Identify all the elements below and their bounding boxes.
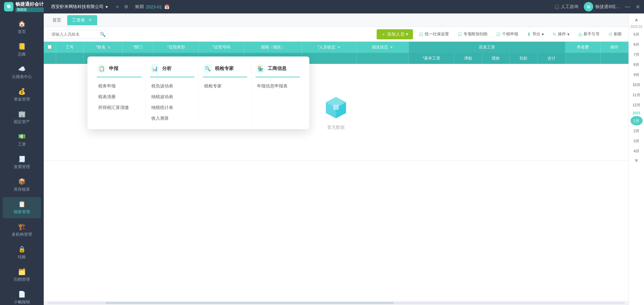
- menu-item-taxcheck[interactable]: 税检专家: [203, 81, 247, 91]
- cal-month-4[interactable]: 4月: [631, 146, 643, 156]
- social-insurance-icon: ☑: [419, 32, 423, 37]
- sidebar-item-home[interactable]: 🏠 首页: [3, 17, 41, 38]
- toolbar: 🔍 ＋ 添加人员 ▾ ☑ 统一社保设置 ☑ 专项附加扣除 ☑ 个税申报 ⬆: [44, 27, 629, 42]
- add-person-btn[interactable]: ＋ 添加人员 ▾: [377, 29, 413, 39]
- bizinfo-icon: 🏪: [256, 64, 265, 73]
- cal-month-7[interactable]: 7月: [631, 50, 643, 59]
- cal-month-1-active[interactable]: 1月: [631, 116, 643, 125]
- export-dropdown-icon: ▾: [542, 32, 544, 37]
- cal-month-6[interactable]: 6月: [631, 40, 643, 49]
- cal-nav-down[interactable]: ▼: [632, 156, 641, 165]
- social-insurance-btn[interactable]: ☑ 统一社保设置: [416, 30, 452, 38]
- menu-item-tax-payment[interactable]: 纳税波动表: [150, 91, 194, 102]
- menu-item-income-calc[interactable]: 收入测算: [150, 113, 194, 124]
- bizinfo-title: 工商信息: [268, 66, 287, 72]
- scrollbar-track[interactable]: [48, 302, 624, 304]
- sidebar-item-invoice[interactable]: 🧾 发票管理: [3, 152, 41, 173]
- cloud-icon: ☁️: [18, 65, 26, 73]
- status-filter-icon[interactable]: ▼: [337, 45, 341, 49]
- cal-month-5[interactable]: 5月: [631, 30, 643, 39]
- sub-performance: 绩效: [482, 53, 510, 64]
- scrollbar-thumb[interactable]: [106, 302, 394, 304]
- sidebar-item-multi-org[interactable]: 🏗️ 多机构管理: [3, 220, 41, 241]
- search-input[interactable]: [48, 30, 108, 39]
- calendar-icon[interactable]: 📅: [164, 4, 169, 9]
- tax-declare-btn[interactable]: ☑ 个税申报: [494, 30, 521, 38]
- sub-allowance: 津贴: [454, 53, 482, 64]
- cal-month-11[interactable]: 11月: [631, 90, 643, 100]
- menu-item-tax-burden[interactable]: 税负波动表: [150, 81, 194, 91]
- cal-month-8[interactable]: 8月: [631, 60, 643, 69]
- sidebar-item-fixed-assets[interactable]: 🏢 固定资产: [3, 107, 41, 128]
- period-label: 账期: [135, 4, 144, 10]
- shenbao-icon: 📋: [97, 64, 106, 73]
- app-name: 畅捷通好会计: [15, 1, 44, 7]
- company-settings-icon[interactable]: ⚙: [124, 4, 128, 9]
- tab-close-btn[interactable]: ✕: [87, 17, 92, 23]
- add-icon: ＋: [381, 31, 386, 37]
- menu-section-header-analysis: 📊 分析: [150, 62, 194, 77]
- period-area: 账期 2023-01 📅: [135, 4, 169, 10]
- refresh-btn[interactable]: ↺ 刷新: [606, 30, 624, 38]
- sidebar-item-ledger[interactable]: 📒 总账: [3, 39, 41, 61]
- search-icon[interactable]: 🔍: [100, 32, 106, 37]
- header-id-number: *证照号码: [199, 42, 244, 53]
- right-sidebar-calendar: ▲ 2023.01 5月 6月 7月 8月 9月 10月 11月 12月 202…: [629, 13, 644, 305]
- sidebar-item-archive[interactable]: 🗂️ 归档管理: [3, 265, 41, 286]
- analysis-title: 分析: [162, 66, 172, 72]
- sidebar-label-salary: 工资: [18, 142, 26, 147]
- header-dept: *部门: [122, 42, 153, 53]
- logo-icon: 畅: [4, 2, 13, 11]
- sidebar-label-inventory: 库存核算: [14, 187, 30, 192]
- sidebar-item-fund[interactable]: 💰 资金管理: [3, 84, 41, 106]
- header-id: 工号: [56, 42, 84, 53]
- select-all-checkbox[interactable]: [47, 45, 52, 49]
- sidebar-item-close-period[interactable]: 🔒 结账: [3, 242, 41, 263]
- sidebar-item-expense[interactable]: 📄 小畅报销: [3, 287, 41, 305]
- menu-item-tax-declare[interactable]: 税务申报: [97, 81, 142, 91]
- menu-item-tax-stat[interactable]: 纳税统计表: [150, 102, 194, 113]
- menu-section-bizinfo: 🏪 工商信息 年报信息申报表: [251, 62, 304, 124]
- cal-month-9[interactable]: 9月: [631, 70, 643, 79]
- table-wrap: 工号 *姓名 ⇅ *部门 *证照类型 *证照号码 国籍（地区） *人员状态 ▼ …: [44, 42, 629, 301]
- menu-item-annual-report[interactable]: 年报信息申报表: [256, 81, 300, 91]
- tab-home-label: 首页: [52, 17, 61, 23]
- name-sort-icon[interactable]: ⇅: [108, 45, 110, 49]
- new-guide-label: 新手引导: [583, 31, 600, 37]
- company-selector[interactable]: 西安虾米网络科技有限公司 ▾: [48, 2, 111, 11]
- special-deduct-btn[interactable]: ☑ 专项附加扣除: [455, 30, 490, 38]
- cal-month-12[interactable]: 12月: [631, 100, 643, 110]
- invoice-icon: 🧾: [18, 155, 26, 163]
- menu-item-income-tax[interactable]: 所得税汇算清缴: [97, 102, 142, 113]
- cal-month-10[interactable]: 10月: [631, 80, 643, 89]
- operate-btn[interactable]: ✎ 操作 ▾: [550, 30, 572, 38]
- window-minimize-btn[interactable]: —: [625, 4, 630, 10]
- sidebar-item-tax[interactable]: 📋 税务管理: [3, 197, 41, 218]
- empty-cube-icon: [323, 93, 349, 120]
- cal-nav-up[interactable]: ▲: [632, 15, 641, 24]
- user-area[interactable]: 畅 畅捷通B组...: [584, 2, 619, 11]
- ledger-icon: 📒: [18, 43, 26, 50]
- shenbao-title: 申报: [109, 66, 118, 72]
- cal-month-3[interactable]: 3月: [631, 136, 643, 146]
- menu-item-tax-table[interactable]: 税表清册: [97, 91, 142, 102]
- sidebar-item-salary[interactable]: 💵 工资: [3, 129, 41, 151]
- close-period-icon: 🔒: [18, 245, 26, 253]
- new-guide-btn[interactable]: ◎ 新手引导: [575, 30, 602, 38]
- sidebar-item-inventory[interactable]: 📦 库存核算: [3, 175, 41, 196]
- sidebar-item-cloud-report[interactable]: ☁️ 云报表中心: [3, 62, 41, 83]
- cal-month-2[interactable]: 2月: [631, 126, 643, 136]
- tab-salary-table[interactable]: 工资表 ✕: [67, 15, 97, 25]
- service-btn[interactable]: 🎧 人工咨询: [554, 4, 578, 10]
- fixed-assets-icon: 🏢: [18, 110, 26, 118]
- window-close-btn[interactable]: ✕: [636, 4, 640, 10]
- add-company-btn[interactable]: ＋: [115, 3, 120, 10]
- new-guide-icon: ◎: [578, 32, 582, 37]
- sidebar: 🏠 首页 📒 总账 ☁️ 云报表中心 💰 资金管理 🏢 固定资产 💵 工资 🧾 …: [0, 13, 44, 305]
- header-operate: 操作: [601, 42, 629, 53]
- export-btn[interactable]: ⬆ 导出 ▾: [524, 30, 546, 38]
- sidebar-label-fixed-assets: 固定资产: [14, 119, 30, 125]
- report-filter-icon[interactable]: ▼: [390, 45, 393, 49]
- tab-home[interactable]: 首页: [48, 15, 66, 25]
- sidebar-label-close: 结账: [18, 254, 26, 260]
